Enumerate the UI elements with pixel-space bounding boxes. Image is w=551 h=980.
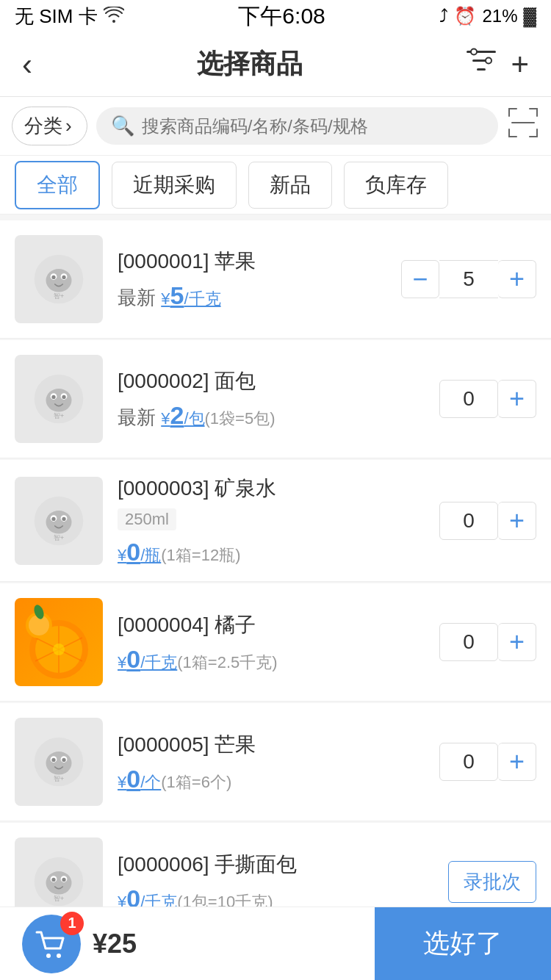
svg-point-4 [486, 58, 491, 64]
add-icon[interactable]: + [511, 47, 529, 82]
status-left: 无 SIM 卡 [15, 4, 124, 29]
product-name-p3: [0000003] 矿泉水 [118, 475, 425, 502]
location-icon: ⤴ [439, 6, 448, 26]
search-box[interactable]: 🔍 [96, 107, 498, 145]
nav-left: ‹ [22, 47, 32, 82]
qty-input-p1[interactable] [439, 260, 498, 298]
status-bar: 无 SIM 卡 下午6:08 ⤴ ⏰ 21% ▓ [0, 0, 551, 32]
product-name-p1: [0000001] 苹果 [118, 248, 386, 275]
filter-row: 分类 › 🔍 [0, 97, 551, 156]
svg-point-55 [51, 878, 55, 882]
product-price-p5: ¥0/个(1箱=6个) [118, 765, 425, 793]
bottom-bar: 1 ¥25 选好了 [0, 907, 551, 980]
svg-point-25 [51, 395, 55, 399]
svg-rect-10 [508, 129, 510, 137]
svg-point-52 [46, 871, 72, 895]
search-icon: 🔍 [111, 115, 134, 137]
qty-increase-p2[interactable]: + [498, 380, 536, 418]
svg-point-22 [46, 389, 72, 412]
list-item: 智+ [0000002] 面包 最新 ¥2/包(1袋=5包) + [0, 340, 551, 458]
svg-point-66 [57, 954, 61, 958]
product-list: 智+ [0000001] 苹果 最新 ¥5/千克 − + [0, 220, 551, 980]
product-info-p6: [0000006] 手撕面包 ¥0/千克(1包=10千克) [103, 851, 448, 913]
tab-new[interactable]: 新品 [248, 162, 332, 209]
svg-point-48 [51, 758, 55, 762]
qty-input-p5[interactable] [439, 743, 498, 781]
qty-decrease-p1[interactable]: − [401, 260, 439, 298]
scan-icon[interactable] [507, 107, 539, 145]
battery-icon: ▓ [523, 6, 536, 26]
svg-point-49 [62, 758, 65, 762]
nav-bar: ‹ 选择商品 + [0, 32, 551, 97]
product-name-p5: [0000005] 芒果 [118, 731, 425, 759]
confirm-button[interactable]: 选好了 [375, 907, 551, 981]
qty-increase-p5[interactable]: + [498, 743, 536, 781]
category-button[interactable]: 分类 › [12, 107, 87, 145]
qty-increase-p3[interactable]: + [498, 502, 536, 540]
product-info-p1: [0000001] 苹果 最新 ¥5/千克 [103, 248, 401, 311]
cart-section: 1 ¥25 [0, 915, 375, 973]
category-arrow: › [65, 115, 72, 137]
product-price-p1: 最新 ¥5/千克 [118, 281, 386, 311]
svg-rect-6 [508, 108, 510, 117]
svg-text:智+: 智+ [54, 292, 64, 300]
svg-text:智+: 智+ [54, 534, 64, 541]
cart-badge: 1 [60, 912, 84, 935]
qty-increase-p1[interactable]: + [498, 260, 536, 298]
tab-all[interactable]: 全部 [15, 161, 100, 209]
svg-point-15 [46, 269, 72, 292]
svg-point-29 [46, 511, 72, 534]
filter-icon[interactable] [467, 48, 496, 81]
svg-point-56 [62, 878, 65, 882]
qty-input-p4[interactable] [439, 623, 498, 661]
svg-point-3 [471, 49, 477, 55]
category-label: 分类 [24, 113, 62, 139]
page-title: 选择商品 [197, 46, 303, 82]
batch-button-p6[interactable]: 录批次 [448, 861, 536, 903]
wifi-icon [104, 5, 124, 28]
status-right: ⤴ ⏰ 21% ▓ [439, 6, 536, 26]
tab-negative[interactable]: 负库存 [344, 162, 448, 209]
product-info-p3: [0000003] 矿泉水 250ml ¥0/瓶(1箱=12瓶) [103, 475, 439, 566]
svg-text:智+: 智+ [54, 775, 64, 782]
qty-input-p3[interactable] [439, 502, 498, 540]
svg-rect-2 [477, 68, 486, 71]
product-price-p2: 最新 ¥2/包(1袋=5包) [118, 401, 425, 430]
cart-button[interactable]: 1 [22, 915, 81, 973]
search-input[interactable] [142, 116, 483, 137]
time-label: 下午6:08 [238, 1, 325, 32]
alarm-icon: ⏰ [454, 6, 476, 26]
list-item: 智+ [0000003] 矿泉水 250ml ¥0/瓶(1箱=12瓶) + [0, 460, 551, 582]
back-button[interactable]: ‹ [22, 47, 32, 82]
product-image-p3: 智+ [15, 477, 103, 565]
tab-recent[interactable]: 近期采购 [112, 162, 237, 209]
list-item: [0000004] 橘子 ¥0/千克(1箱=2.5千克) + [0, 583, 551, 702]
svg-rect-13 [511, 122, 535, 123]
qty-control-p3: + [439, 502, 536, 540]
product-price-p4: ¥0/千克(1箱=2.5千克) [118, 645, 425, 674]
svg-point-45 [46, 752, 72, 775]
qty-input-p2[interactable] [439, 380, 498, 418]
svg-rect-8 [536, 108, 538, 117]
svg-point-32 [51, 516, 55, 520]
svg-point-26 [62, 395, 65, 399]
qty-control-p5: + [439, 743, 536, 781]
svg-point-19 [62, 275, 65, 279]
product-name-p2: [0000002] 面包 [118, 367, 425, 395]
svg-point-40 [53, 644, 65, 655]
product-price-p3: ¥0/瓶(1箱=12瓶) [118, 538, 425, 566]
svg-point-65 [46, 954, 51, 958]
product-info-p2: [0000002] 面包 最新 ¥2/包(1袋=5包) [103, 367, 439, 430]
cart-total: ¥25 [93, 929, 137, 959]
product-info-p4: [0000004] 橘子 ¥0/千克(1箱=2.5千克) [103, 611, 439, 674]
svg-rect-12 [536, 129, 538, 137]
qty-control-p4: + [439, 623, 536, 661]
svg-point-18 [51, 275, 55, 279]
product-name-p6: [0000006] 手撕面包 [118, 851, 433, 879]
qty-increase-p4[interactable]: + [498, 623, 536, 661]
product-image-p1: 智+ [15, 235, 103, 323]
qty-control-p2: + [439, 380, 536, 418]
battery-label: 21% [482, 6, 517, 26]
nav-right: + [467, 47, 529, 82]
product-name-p4: [0000004] 橘子 [118, 611, 425, 639]
